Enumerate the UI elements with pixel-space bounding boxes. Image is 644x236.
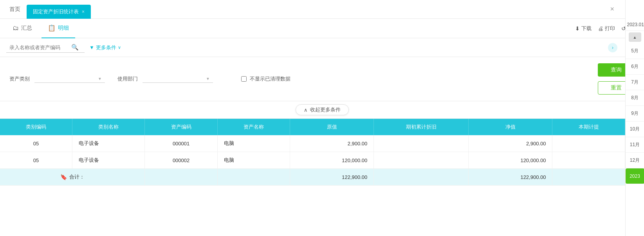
cell-net-value: 120,000.00 <box>469 152 552 169</box>
total-accumulated-depr <box>374 169 469 186</box>
total-label-cell: 🔖 合计： <box>0 169 145 186</box>
cell-category-code: 05 <box>0 152 72 169</box>
table-header-row: 类别编码 类别名称 资产编码 资产名称 原值 期初累计折旧 净值 本期计提 <box>0 119 625 135</box>
collapse-bar: ∧ 收起更多条件 <box>0 101 644 119</box>
print-button[interactable]: 🖨 打印 <box>598 25 615 32</box>
department-field: 使用部门 ▼ <box>117 75 213 83</box>
detail-tab-label: 明细 <box>58 25 69 32</box>
expand-sidebar-btn[interactable]: › <box>608 43 617 52</box>
cell-original-value: 2,900.00 <box>290 135 374 152</box>
tab-label: 固定资产折旧统计表 <box>33 8 79 15</box>
collapse-label: 收起更多条件 <box>310 106 341 113</box>
total-empty-1 <box>145 169 217 186</box>
chevron-down-icon: ∨ <box>118 45 121 50</box>
filter-row-1: 资产类别 ▼ 使用部门 ▼ 不显示已清理数据 查询 重置 <box>9 63 635 95</box>
cell-asset-code: 000002 <box>145 152 217 169</box>
sidebar-month-10[interactable]: 10月 <box>626 122 644 137</box>
asset-category-label: 资产类别 <box>9 75 30 82</box>
hide-cleared-wrap: 不显示已清理数据 <box>241 75 290 82</box>
right-sidebar: 2023.01 ▲ 5月 6月 7月 8月 9月 10月 11月 12月 202… <box>625 0 644 236</box>
cell-current-depr <box>552 135 625 152</box>
fixed-asset-tab[interactable]: 固定资产折旧统计表 × <box>27 5 91 19</box>
collapse-button[interactable]: ∧ 收起更多条件 <box>296 104 349 115</box>
cell-asset-name: 电脑 <box>217 135 290 152</box>
filter-bar: 🔍 ▼ 更多条件 ∨ › <box>0 38 644 57</box>
col-asset-code: 资产编码 <box>145 119 217 135</box>
cell-net-value: 2,900.00 <box>469 135 552 152</box>
cell-current-depr <box>552 152 625 169</box>
cell-accumulated-depr <box>374 152 469 169</box>
table-row: 05 电子设备 000002 电脑 120,000.00 120,000.00 <box>0 152 625 169</box>
cell-category-code: 05 <box>0 135 72 152</box>
close-window-icon[interactable]: × <box>610 5 614 13</box>
total-icon: 🔖 <box>60 174 67 180</box>
asset-category-arrow: ▼ <box>98 77 102 81</box>
cell-asset-name: 电脑 <box>217 152 290 169</box>
data-table: 类别编码 类别名称 资产编码 资产名称 原值 期初累计折旧 净值 本期计提 05… <box>0 119 625 186</box>
department-select[interactable]: ▼ <box>143 75 213 83</box>
download-icon: ⬇ <box>575 25 580 32</box>
advanced-filter: 资产类别 ▼ 使用部门 ▼ 不显示已清理数据 查询 重置 <box>0 57 644 101</box>
tab-detail[interactable]: 📋 明细 <box>41 19 75 38</box>
col-category-name: 类别名称 <box>72 119 144 135</box>
detail-icon: 📋 <box>48 24 56 32</box>
sidebar-month-7[interactable]: 7月 <box>626 75 644 90</box>
cell-category-name: 电子设备 <box>72 152 144 169</box>
more-conditions-label: 更多条件 <box>96 44 116 51</box>
data-table-wrap: 类别编码 类别名称 资产编码 资产名称 原值 期初累计折旧 净值 本期计提 05… <box>0 119 625 236</box>
summary-tab-label: 汇总 <box>21 25 32 32</box>
tab-summary[interactable]: 🗂 汇总 <box>6 19 38 38</box>
download-label: 下载 <box>581 25 592 32</box>
more-conditions-btn[interactable]: ▼ 更多条件 ∨ <box>89 44 121 51</box>
sidebar-date-label: 2023.01 <box>626 19 644 31</box>
total-empty-2 <box>217 169 290 186</box>
asset-category-field: 资产类别 ▼ <box>9 75 105 83</box>
collapse-up-icon: ∧ <box>304 107 308 113</box>
sub-tabs-bar: 🗂 汇总 📋 明细 ⬇ 下载 🖨 打印 ↺ 刷新 <box>0 19 644 38</box>
col-net-value: 净值 <box>469 119 552 135</box>
department-label: 使用部门 <box>117 75 138 82</box>
col-category-code: 类别编码 <box>0 119 72 135</box>
print-label: 打印 <box>605 25 615 32</box>
table-row: 05 电子设备 000001 电脑 2,900.00 2,900.00 <box>0 135 625 152</box>
search-icon[interactable]: 🔍 <box>71 44 79 51</box>
cell-original-value: 120,000.00 <box>290 152 374 169</box>
total-net-value: 122,900.00 <box>469 169 552 186</box>
summary-icon: 🗂 <box>13 25 19 32</box>
close-tab-icon[interactable]: × <box>82 9 85 14</box>
col-accumulated-depr: 期初累计折旧 <box>374 119 469 135</box>
download-button[interactable]: ⬇ 下载 <box>575 25 592 32</box>
cell-accumulated-depr <box>374 135 469 152</box>
sidebar-month-11[interactable]: 11月 <box>626 137 644 153</box>
col-current-depr: 本期计提 <box>552 119 625 135</box>
cell-category-name: 电子设备 <box>72 135 144 152</box>
col-original-value: 原值 <box>290 119 374 135</box>
cell-asset-code: 000001 <box>145 135 217 152</box>
sidebar-month-12[interactable]: 12月 <box>626 153 644 168</box>
total-text: 合计： <box>69 173 85 181</box>
home-tab[interactable]: 首页 <box>6 6 23 13</box>
total-row: 🔖 合计： 122,900.00 122,900.00 <box>0 169 625 186</box>
total-original-value: 122,900.00 <box>290 169 374 186</box>
filter-icon: ▼ <box>89 45 94 50</box>
sidebar-scroll-up[interactable]: ▲ <box>629 32 641 42</box>
search-input[interactable] <box>9 45 68 50</box>
total-current-depr <box>552 169 625 186</box>
sidebar-year-2023[interactable]: 2023 <box>626 168 644 184</box>
asset-category-select[interactable]: ▼ <box>34 75 105 83</box>
hide-cleared-checkbox[interactable] <box>241 76 247 82</box>
col-asset-name: 资产名称 <box>217 119 290 135</box>
top-nav: 首页 固定资产折旧统计表 × × <box>0 0 644 19</box>
department-arrow: ▼ <box>206 77 210 81</box>
sidebar-month-5[interactable]: 5月 <box>626 43 644 59</box>
sidebar-month-9[interactable]: 9月 <box>626 106 644 122</box>
search-wrap: 🔍 <box>6 42 85 53</box>
print-icon: 🖨 <box>598 25 603 32</box>
hide-cleared-label: 不显示已清理数据 <box>250 75 290 82</box>
sidebar-month-6[interactable]: 6月 <box>626 59 644 75</box>
sidebar-month-8[interactable]: 8月 <box>626 90 644 106</box>
